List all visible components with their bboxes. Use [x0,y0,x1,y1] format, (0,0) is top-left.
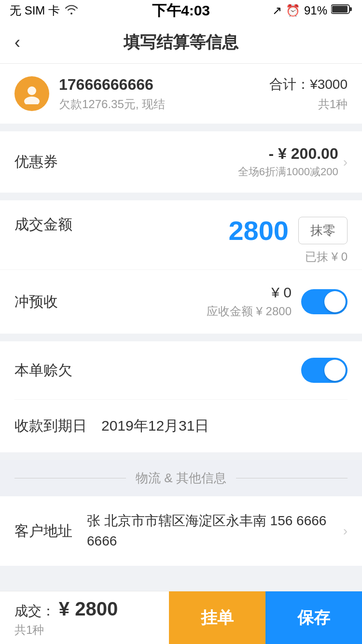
bottom-bar: 成交： ¥ 2800 共1种 挂单 保存 [0,591,362,644]
save-button[interactable]: 保存 [265,591,362,644]
transaction-sub: 已抹 ¥ 0 [228,249,348,265]
user-info-row: 17666666666 欠款1276.35元, 现结 合计：¥3000 共1种 [0,64,362,124]
due-date-value: 2019年12月31日 [101,416,209,436]
coupon-detail: - ¥ 200.00 全场6折满1000减200 [238,145,338,179]
coupon-right: - ¥ 200.00 全场6折满1000减200 › [238,145,348,179]
logistics-divider: 物流 & 其他信息 [0,460,362,496]
pre-receive-sub: 应收金额 ¥ 2800 [207,304,292,319]
bottom-deal-line: 成交： ¥ 2800 [14,598,154,620]
address-value: 张 北京市市辖区海淀区永丰南 156 6666 6666 [87,511,343,551]
debt-label: 本单赊欠 [14,361,72,380]
pre-receive-row: 冲预收 ¥ 0 应收金额 ¥ 2800 [0,270,362,334]
divider-line-right [236,478,348,478]
user-detail: 17666666666 欠款1276.35元, 现结 [59,76,165,112]
debt-section: 本单赊欠 收款到期日 2019年12月31日 [0,341,362,452]
alarm-icon: ⏰ [286,4,300,17]
status-bar-time: 下午4:03 [152,1,210,21]
section-divider: 物流 & 其他信息 [0,460,362,496]
user-phone: 17666666666 [59,76,165,94]
bottom-summary: 成交： ¥ 2800 共1种 [0,598,169,638]
user-total: 合计：¥3000 共1种 [269,75,348,112]
svg-rect-1 [349,7,352,11]
nav-bar: ‹ 填写结算等信息 [0,21,362,64]
pre-receive-amount-block: ¥ 0 应收金额 ¥ 2800 [207,284,292,319]
transaction-label: 成交金额 [14,215,72,235]
svg-rect-2 [332,6,348,13]
avatar [14,76,49,111]
hang-button[interactable]: 挂单 [169,591,265,644]
svg-point-4 [24,97,40,104]
location-icon: ↗ [272,4,282,17]
debt-row: 本单赊欠 [0,341,362,399]
coupon-amount: - ¥ 200.00 [238,145,338,163]
pre-receive-top: 冲预收 ¥ 0 应收金额 ¥ 2800 [14,284,348,319]
debt-toggle[interactable] [301,358,348,383]
status-bar-right: ↗ ⏰ 91% [272,4,352,17]
bottom-deal-label: 成交： [14,603,55,618]
coupon-label: 优惠券 [14,152,58,172]
transaction-amount: 2800 [228,215,289,246]
pre-receive-amount: ¥ 0 [207,284,292,301]
coupon-row[interactable]: 优惠券 - ¥ 200.00 全场6折满1000减200 › [0,131,362,193]
amount-section: 成交金额 2800 抹零 已抹 ¥ 0 冲预收 ¥ 0 应收金额 ¥ 2800 [0,200,362,334]
back-button[interactable]: ‹ [14,32,20,53]
wifi-icon [65,4,78,17]
round-zero-button[interactable]: 抹零 [298,217,348,244]
address-label: 客户地址 [14,521,72,541]
address-row[interactable]: 客户地址 张 北京市市辖区海淀区永丰南 156 6666 6666 › [0,496,362,566]
transaction-row: 成交金额 2800 抹零 已抹 ¥ 0 [0,200,362,270]
battery-percent: 91% [304,4,327,17]
status-bar: 无 SIM 卡 下午4:03 ↗ ⏰ 91% [0,0,362,21]
coupon-chevron-icon: › [343,154,348,170]
due-date-label: 收款到期日 [14,416,87,436]
content-area: 17666666666 欠款1276.35元, 现结 合计：¥3000 共1种 … [0,64,362,644]
coupon-sub: 全场6折满1000减200 [238,165,338,179]
pre-receive-label: 冲预收 [14,292,58,312]
user-info-left: 17666666666 欠款1276.35元, 现结 [14,76,165,112]
due-date-row: 收款到期日 2019年12月31日 [0,400,362,452]
logistics-label: 物流 & 其他信息 [136,470,226,487]
address-chevron-icon: › [343,523,348,539]
total-amount: 合计：¥3000 [269,75,348,94]
signal-text: 无 SIM 卡 [10,3,60,18]
page-title: 填写结算等信息 [124,31,238,54]
transaction-amount-col: 2800 抹零 已抹 ¥ 0 [228,215,348,265]
user-sub: 欠款1276.35元, 现结 [59,97,165,112]
status-bar-left: 无 SIM 卡 [10,3,78,18]
battery-icon [331,4,352,17]
total-count: 共1种 [269,97,348,112]
svg-point-3 [28,86,36,95]
bottom-amount: ¥ 2800 [59,598,118,619]
bottom-count: 共1种 [14,622,154,638]
pre-receive-toggle[interactable] [301,289,348,314]
divider-line-left [14,478,126,478]
